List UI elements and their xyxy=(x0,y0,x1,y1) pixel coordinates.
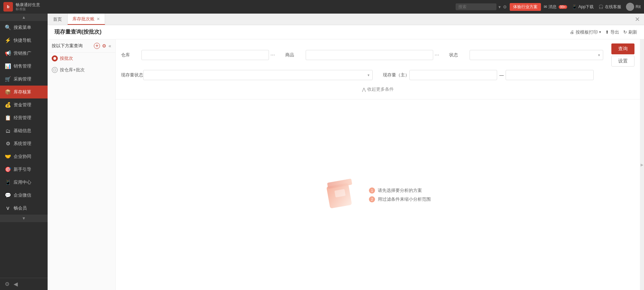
sales-icon: 📊 xyxy=(5,63,11,69)
top-bar: b 畅康通好生意 标准版 ▾ ⚙ 体验行业方案 ✉ 消息 99+ 📱 App下载… xyxy=(0,0,644,14)
tab-inventory-batch[interactable]: 库存批次账 ✕ xyxy=(68,14,105,25)
warehouse-select[interactable] xyxy=(141,50,269,60)
sidebar: ▲ 🔍 搜索菜单 ⚡ 快捷导航 📢 营销推广 📊 销售管理 🛒 采购管理 📦 库… xyxy=(0,14,48,290)
status-label: 状态 xyxy=(449,52,470,58)
warehouse-label: 仓库 xyxy=(121,52,141,58)
sidebar-item-system[interactable]: ⚙ 系统管理 xyxy=(0,137,48,150)
stock-qty-min-input[interactable] xyxy=(409,70,497,80)
settings-icon[interactable]: ⚙ xyxy=(503,4,507,10)
print-dropdown-icon[interactable]: ▾ xyxy=(599,30,601,34)
user-menu[interactable]: Rit xyxy=(626,3,641,11)
message-icon: ✉ xyxy=(544,4,547,9)
stock-qty-max-input[interactable] xyxy=(506,70,593,80)
search-dropdown-icon[interactable]: ▾ xyxy=(498,4,501,10)
collapse-left-panel-btn[interactable]: « xyxy=(108,43,111,49)
headset-icon: 🎧 xyxy=(598,4,604,9)
scheme-icon-by-batch xyxy=(52,55,58,61)
sidebar-item-cooperation[interactable]: 🤝 企业协同 xyxy=(0,150,48,163)
stock-qty-filter: 现存量（主） — xyxy=(383,70,634,80)
refresh-action[interactable]: ↻ 刷新 xyxy=(623,29,637,35)
collapse-more-btn[interactable]: ⋀ 收起更多条件 xyxy=(121,84,634,95)
app-logo: b xyxy=(3,2,13,12)
sidebar-item-sales[interactable]: 📊 销售管理 xyxy=(0,60,48,73)
tab-close-icon[interactable]: ✕ xyxy=(97,17,100,21)
query-btn[interactable]: 查询 xyxy=(611,43,634,54)
quick-nav-icon: ⚡ xyxy=(5,37,11,43)
basics-icon: 🗂 xyxy=(5,128,11,134)
sidebar-item-inventory[interactable]: 📦 库存核算 xyxy=(0,86,48,98)
warehouse-dots[interactable]: ··· xyxy=(270,52,275,58)
status-select[interactable]: ▾ xyxy=(470,50,603,60)
svg-point-1 xyxy=(54,69,56,71)
app-download-nav[interactable]: 📱 App下载 xyxy=(572,4,594,10)
status-filter: 状态 ▾ xyxy=(449,50,603,60)
online-service-nav[interactable]: 🎧 在线客服 xyxy=(598,4,621,10)
app-center-icon: 📱 xyxy=(5,179,11,185)
company-name: 畅康通好生意 xyxy=(16,2,40,7)
sidebar-scroll-up[interactable]: ▲ xyxy=(0,14,48,21)
wechat-icon: 💬 xyxy=(5,192,11,198)
avatar xyxy=(626,3,634,11)
top-search-input[interactable] xyxy=(456,3,496,10)
collapse-more-icon: ⋀ xyxy=(362,87,366,92)
sidebar-scroll-down[interactable]: ▼ xyxy=(0,215,48,222)
sidebar-collapse-icon[interactable]: ◀ xyxy=(14,281,18,287)
phone-icon: 📱 xyxy=(572,4,577,9)
sidebar-item-basics[interactable]: 🗂 基础信息 xyxy=(0,124,48,137)
sidebar-item-newbie[interactable]: 🎯 新手引导 xyxy=(0,163,48,176)
print-action[interactable]: 🖨 按模板打印 ▾ xyxy=(570,29,601,35)
username-label: Rit xyxy=(635,4,641,9)
print-icon: 🖨 xyxy=(570,30,574,35)
empty-tips: 1 请先选择要分析的方案 2 用过滤条件来缩小分析范围 xyxy=(369,187,431,202)
sidebar-item-finance[interactable]: 💰 资金管理 xyxy=(0,98,48,111)
empty-tip-2: 2 用过滤条件来缩小分析范围 xyxy=(369,196,431,202)
tip-num-1: 1 xyxy=(369,187,375,194)
sidebar-item-app-center[interactable]: 📱 应用中心 xyxy=(0,176,48,189)
sidebar-item-quick-nav[interactable]: ⚡ 快捷导航 xyxy=(0,34,48,47)
sidebar-item-wechat[interactable]: 💬 企业微信 xyxy=(0,189,48,202)
stock-status-filter: 现存量状态 ▾ xyxy=(121,70,373,80)
scheme-settings-btn[interactable]: ⚙ xyxy=(102,43,106,49)
sidebar-item-operations[interactable]: 📋 经营管理 xyxy=(0,111,48,124)
scheme-icon-by-warehouse-batch xyxy=(52,67,58,73)
tab-bar-close-icon[interactable]: ✕ xyxy=(631,16,644,23)
scheme-item-by-warehouse-batch[interactable]: 按仓库+批次 xyxy=(48,64,115,76)
operations-icon: 📋 xyxy=(5,115,11,121)
edition-label: 标准版 xyxy=(16,7,40,11)
sidebar-bottom: ⚙ ◀ xyxy=(0,278,48,290)
stock-status-select[interactable]: ▾ xyxy=(143,70,373,80)
sidebar-item-search-menu[interactable]: 🔍 搜索菜单 xyxy=(0,21,48,34)
left-panel-header: 按以下方案查询 + ⚙ « xyxy=(48,39,115,53)
product-select[interactable] xyxy=(306,50,433,60)
stock-qty-dash: — xyxy=(497,73,506,78)
finance-icon: 💰 xyxy=(5,102,11,108)
product-dots[interactable]: ··· xyxy=(435,52,439,58)
warehouse-filter: 仓库 ··· xyxy=(121,50,275,60)
right-side-collapse[interactable]: ▶ xyxy=(640,39,644,290)
stock-status-label: 现存量状态 xyxy=(121,72,143,78)
trial-btn[interactable]: 体验行业方案 xyxy=(510,3,541,11)
refresh-icon: ↻ xyxy=(623,30,627,35)
sidebar-item-purchase[interactable]: 🛒 采购管理 xyxy=(0,73,48,86)
left-panel: 按以下方案查询 + ⚙ « 按批次 xyxy=(48,39,116,290)
add-scheme-btn[interactable]: + xyxy=(94,43,100,49)
export-action[interactable]: ⬆ 导出 xyxy=(605,29,619,35)
sidebar-settings-icon[interactable]: ⚙ xyxy=(5,281,10,287)
tab-bar: 首页 库存批次账 ✕ ✕ xyxy=(48,14,644,25)
tab-home[interactable]: 首页 xyxy=(48,14,68,25)
empty-tip-1: 1 请先选择要分析的方案 xyxy=(369,187,431,194)
newbie-icon: 🎯 xyxy=(5,166,11,173)
cooperation-icon: 🤝 xyxy=(5,153,11,160)
sidebar-item-marketing[interactable]: 📢 营销推广 xyxy=(0,47,48,60)
scheme-item-by-batch[interactable]: 按批次 xyxy=(48,53,115,64)
sidebar-item-vip[interactable]: V 畅会员 xyxy=(0,202,48,215)
marketing-icon: 📢 xyxy=(5,50,11,56)
settings-btn[interactable]: 设置 xyxy=(611,56,634,67)
stock-qty-label: 现存量（主） xyxy=(383,72,409,78)
messages-nav[interactable]: ✉ 消息 99+ xyxy=(544,4,567,10)
page-title: 现存量查询(按批次) xyxy=(54,29,102,36)
system-icon: ⚙ xyxy=(5,141,11,147)
messages-badge: 99+ xyxy=(559,5,567,9)
status-dropdown-icon: ▾ xyxy=(598,53,600,57)
stock-status-dropdown-icon: ▾ xyxy=(368,73,370,77)
